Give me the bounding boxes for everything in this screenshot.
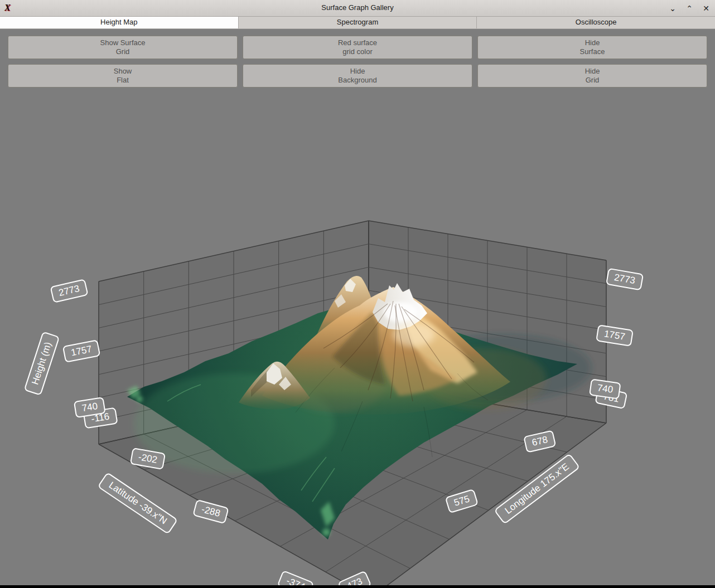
surface-plot-canvas (0, 0, 715, 585)
show-surface-grid-button[interactable]: Show Surface Grid (8, 36, 238, 59)
hide-grid-button[interactable]: Hide Grid (477, 64, 707, 88)
tab-bar: Height Map Spectrogram Oscilloscope (0, 17, 715, 29)
surface-plot-view[interactable]: 2773 1757 -116 740 Height (m) 2773 1757 … (0, 0, 715, 585)
window-title: Surface Graph Gallery (0, 3, 715, 12)
toolbar: Show Surface Grid Red surface grid color… (8, 36, 707, 88)
red-surface-grid-color-button[interactable]: Red surface grid color (243, 36, 472, 59)
tab-oscilloscope[interactable]: Oscilloscope (477, 17, 715, 28)
hide-surface-button[interactable]: Hide Surface (477, 36, 707, 59)
tab-height-map[interactable]: Height Map (0, 17, 239, 28)
window-controls: ⌄ ⌃ ✕ (667, 0, 712, 16)
show-flat-button[interactable]: Show Flat (8, 64, 238, 88)
tab-spectrogram[interactable]: Spectrogram (239, 17, 477, 28)
title-bar[interactable]: X Surface Graph Gallery ⌄ ⌃ ✕ (0, 0, 715, 17)
shade-button[interactable]: ⌄ (667, 2, 678, 14)
app-window: 2773 1757 -116 740 Height (m) 2773 1757 … (0, 0, 715, 585)
hide-background-button[interactable]: Hide Background (243, 64, 472, 88)
maximize-button[interactable]: ⌃ (684, 2, 695, 14)
close-button[interactable]: ✕ (700, 2, 712, 14)
